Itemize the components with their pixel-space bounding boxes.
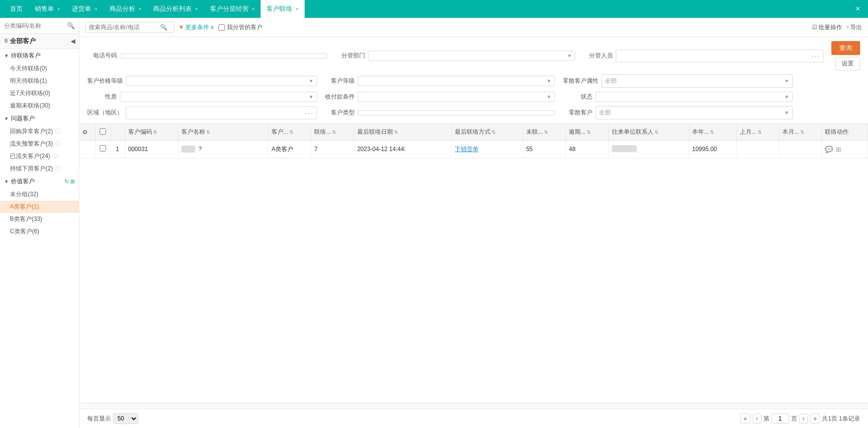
th-last-date[interactable]: 最后联络日期 ⇅	[354, 124, 451, 141]
sidebar-item-tomorrow[interactable]: 明天待联络(1)	[0, 75, 79, 87]
sidebar-item-c-class[interactable]: C类客户(6)	[0, 225, 79, 238]
problem-customer-group[interactable]: ▼ 问题客户	[0, 112, 79, 125]
td-num: 1	[110, 141, 125, 159]
th-name[interactable]: 客户名称 ⇅	[178, 124, 269, 141]
sort-type-icon: ⇅	[289, 129, 293, 135]
export-btn[interactable]: ↑ 导出	[846, 23, 862, 32]
chat-action-icon[interactable]: 💬	[825, 146, 833, 153]
th-contact[interactable]: 联络... ⇅	[311, 124, 354, 141]
sidebar-search-container: 🔍	[0, 18, 79, 34]
sidebar-item-7days[interactable]: 近7天待联络(0)	[0, 87, 79, 100]
th-overdue[interactable]: 逾期... ⇅	[566, 124, 608, 141]
page-input[interactable]	[771, 414, 789, 424]
filter-dept: 分管部门 ▼	[335, 51, 576, 61]
filter-retail-label: 零散客户	[563, 108, 593, 117]
row-checkbox[interactable]	[100, 145, 106, 152]
nav-analysis-list-close[interactable]: ×	[195, 6, 198, 12]
th-code[interactable]: 客户编码 ⇅	[125, 124, 178, 141]
nav-customer-segment[interactable]: 客户分层经营 ×	[204, 0, 261, 18]
nav-purchase[interactable]: 进货单 ×	[66, 0, 103, 18]
more-conditions-btn[interactable]: ▼ 更多条件 ∧	[178, 23, 215, 32]
nav-purchase-close[interactable]: ×	[94, 6, 97, 12]
all-customers-header[interactable]: ⠿ 全部客户 ◀	[0, 34, 79, 49]
retail-chevron: ▼	[784, 110, 789, 115]
grid-action-icon[interactable]: ⊞	[836, 146, 841, 153]
td-contact: 7	[311, 141, 354, 159]
nav-customer-segment-close[interactable]: ×	[252, 6, 255, 12]
filter-manager-input[interactable]: ···	[616, 50, 823, 62]
th-last-month[interactable]: 上月... ⇅	[736, 124, 779, 141]
settings-button[interactable]: 设置	[835, 57, 860, 70]
nature-chevron: ▼	[309, 94, 314, 100]
last-page-btn[interactable]: »	[810, 414, 820, 424]
my-customers-check[interactable]	[218, 24, 225, 31]
sidebar-item-b-class[interactable]: B类客户(33)	[0, 213, 79, 225]
filter-search-icon[interactable]: 🔍	[160, 24, 167, 31]
filter-row-2: 客户价格等级 ▼ 客户等级 ▼ 零散客户属性 全部	[87, 74, 860, 88]
next-page-btn[interactable]: ›	[799, 414, 808, 424]
th-this-month[interactable]: 本月... ⇅	[779, 124, 822, 141]
per-page-select[interactable]: 50 100 200	[113, 413, 138, 424]
sort-last-method-icon: ⇅	[491, 129, 495, 135]
th-action: 联络动作	[822, 124, 868, 141]
filter-search-input[interactable]	[89, 24, 158, 31]
sidebar-item-a-class[interactable]: A类客户(1)	[0, 201, 79, 213]
filter-region-input[interactable]: ···	[126, 107, 317, 119]
value-customer-group[interactable]: ▼ 价值客户 ↻ ⊞	[0, 175, 79, 188]
sidebar-search-input[interactable]	[4, 22, 65, 29]
collapse-icon[interactable]: ◀	[71, 38, 75, 45]
th-settings[interactable]: ⚙	[79, 124, 95, 141]
th-type[interactable]: 客户... ⇅	[269, 124, 311, 141]
last-method-link[interactable]: 下销货单	[455, 146, 479, 153]
select-all-checkbox[interactable]	[100, 128, 106, 135]
first-page-btn[interactable]: «	[740, 414, 751, 424]
pending-contact-group[interactable]: ▼ 待联络客户	[0, 49, 79, 62]
sidebar-search-icon[interactable]: 🔍	[67, 22, 75, 29]
filter-nature-input[interactable]: ▼	[120, 92, 317, 102]
filter-price-level-input[interactable]: ▼	[126, 76, 317, 86]
th-prev-contact[interactable]: 往来单位联系人 ⇅	[608, 124, 689, 141]
filter-status-input[interactable]: ▼	[596, 92, 793, 102]
value-group-icons: ↻ ⊞	[64, 178, 75, 185]
filter-phone-input[interactable]	[120, 54, 327, 58]
nav-customer-contact[interactable]: 客户联络 ×	[261, 0, 304, 18]
filter-cust-type-input[interactable]	[358, 110, 555, 115]
filter-retail-input[interactable]: 全部 ▼	[596, 106, 793, 119]
batch-op-btn[interactable]: ☑ 批量操作	[812, 23, 842, 32]
pending-contact-label: 待联络客户	[11, 52, 41, 60]
nav-sales[interactable]: 销售单 ×	[29, 0, 66, 18]
nav-customer-contact-close[interactable]: ×	[295, 6, 298, 12]
close-all-tabs[interactable]: ×	[852, 4, 864, 13]
sidebar-item-repurchase[interactable]: 回购异常客户(2) ⓘ	[0, 125, 79, 138]
sidebar-item-churn-warn[interactable]: 流失预警客户(3) ⓘ	[0, 138, 79, 150]
my-customers-checkbox[interactable]: 我分管的客户	[218, 23, 263, 32]
filter-nature: 性质 ▼	[87, 92, 317, 102]
nav-sales-close[interactable]: ×	[57, 6, 60, 12]
add-group-icon[interactable]: ⊞	[70, 178, 75, 185]
refresh-icon[interactable]: ↻	[64, 178, 69, 185]
top-nav: 首页 销售单 × 进货单 × 商品分析 × 商品分析列表 × 客户分层经营 × …	[0, 0, 868, 18]
sidebar-item-unclassified[interactable]: 未分组(32)	[0, 188, 79, 201]
filter-customer-level-input[interactable]: ▼	[358, 76, 555, 86]
filter-manager: 分管人员 ···	[583, 50, 823, 62]
main-layout: 🔍 ⠿ 全部客户 ◀ ▼ 待联络客户 今天待联络(0) 明天待联络(1) 近7天…	[0, 18, 868, 428]
query-button[interactable]: 查询	[831, 41, 860, 55]
th-this-year[interactable]: 本年... ⇅	[689, 124, 736, 141]
nav-analysis[interactable]: 商品分析 ×	[104, 0, 147, 18]
nav-analysis-close[interactable]: ×	[138, 6, 141, 12]
bottom-scrollbar[interactable]	[79, 403, 868, 409]
nav-analysis-list[interactable]: 商品分析列表 ×	[147, 0, 204, 18]
sidebar-item-today[interactable]: 今天待联络(0)	[0, 62, 79, 75]
filter-payment-input[interactable]: ▼	[358, 92, 555, 102]
th-last-method[interactable]: 最后联络方式 ⇅	[451, 124, 523, 141]
filter-retail-attr-input[interactable]: 全部 ▼	[601, 74, 793, 88]
sort-name-icon: ⇅	[206, 129, 210, 135]
sidebar-item-declining[interactable]: 持续下滑客户(2) ⓘ	[0, 162, 79, 175]
nav-home[interactable]: 首页	[4, 0, 29, 18]
prev-page-btn[interactable]: ‹	[753, 414, 761, 424]
filter-dept-input[interactable]: ▼	[368, 51, 576, 61]
sidebar-item-churned[interactable]: 已流失客户(24) ⓘ	[0, 150, 79, 162]
th-uncontacted[interactable]: 未联... ⇅	[523, 124, 565, 141]
td-last-method: 下销货单	[451, 141, 523, 159]
sidebar-item-overdue[interactable]: 逾期未联络(30)	[0, 100, 79, 112]
